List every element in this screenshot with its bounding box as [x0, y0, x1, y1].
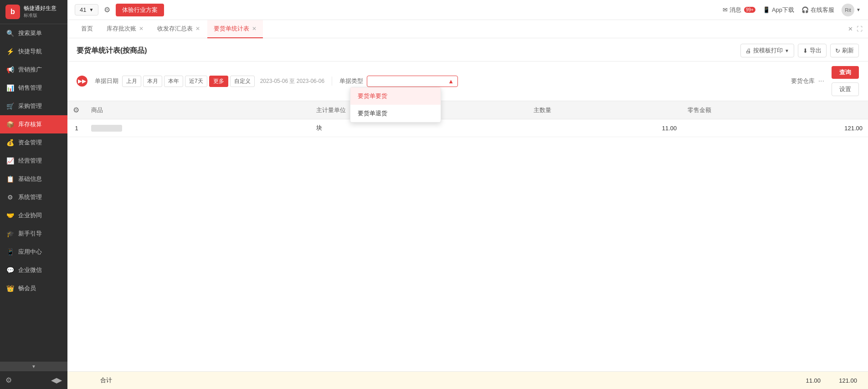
tab-3[interactable]: 要货单统计表✕ [207, 20, 263, 38]
sidebar-item-finance[interactable]: 💰 资金管理 [0, 133, 67, 152]
setting-button[interactable]: 设置 [832, 82, 859, 96]
message-badge: 99+ [744, 7, 755, 13]
tab-close-1[interactable]: ✕ [139, 26, 144, 31]
type-label: 单据类型 [339, 77, 363, 85]
online-service-action[interactable]: 🎧 在线客服 [801, 6, 834, 14]
nav-label-marketing: 营销推广 [18, 66, 42, 74]
type-input[interactable] [371, 78, 445, 85]
sidebar-item-inventory[interactable]: 📦 库存核算 [0, 115, 67, 133]
nav-icon-system: ⚙ [5, 193, 15, 202]
print-button[interactable]: 🖨 按模板打印 ▼ [740, 44, 794, 57]
logo-text: 畅捷通好生意 [24, 5, 56, 12]
warehouse-label: 要货仓库 [791, 77, 815, 85]
sidebar-item-search-menu[interactable]: 🔍 搜索菜单 [0, 24, 67, 42]
nav-icon-search-menu: 🔍 [5, 29, 15, 38]
sidebar-item-sales[interactable]: 📊 销售管理 [0, 79, 67, 97]
logo-icon: b [5, 5, 20, 19]
table-settings-icon[interactable]: ⚙ [73, 106, 79, 114]
nav-label-app-center: 应用中心 [18, 248, 42, 256]
tab-label-3: 要货单统计表 [214, 25, 249, 33]
trial-button[interactable]: 体验行业方案 [116, 4, 164, 16]
dropdown-item-要货单退货[interactable]: 要货单退货 [350, 105, 441, 122]
query-button[interactable]: 查询 [832, 66, 859, 79]
page-title: 要货单统计表(按商品) [77, 46, 147, 56]
chevron-down-icon: ▼ [785, 48, 789, 53]
refresh-button[interactable]: ↻ 刷新 [830, 44, 859, 57]
store-name: 41 [80, 6, 86, 13]
nav-icon-purchase: 🛒 [5, 102, 15, 111]
chevron-down-icon: ▼ [856, 7, 861, 12]
tab-bar-right: ✕ ⛶ [842, 26, 868, 32]
nav-label-basic-info: 基础信息 [18, 175, 42, 183]
message-action[interactable]: ✉ 消息 99+ [723, 6, 755, 14]
custom-date-btn[interactable]: 自定义 [230, 76, 255, 87]
nav-label-inventory: 库存核算 [18, 120, 42, 128]
sidebar-item-app-center[interactable]: 📱 应用中心 [0, 243, 67, 261]
download-icon: 📱 [763, 6, 770, 13]
nav-icon-inventory: 📦 [5, 120, 15, 129]
more-dates-btn[interactable]: 更多 [209, 76, 228, 87]
fullscreen-icon[interactable]: ⛶ [857, 26, 863, 32]
type-input-wrapper[interactable]: ▲ [367, 76, 458, 87]
type-dropdown[interactable]: 要货单要货要货单退货 [350, 87, 441, 123]
sidebar-item-wechat[interactable]: 💬 企业微信 [0, 261, 67, 279]
close-all-icon[interactable]: ✕ [848, 26, 853, 32]
sidebar-item-operation[interactable]: 📈 经营管理 [0, 152, 67, 170]
sidebar-bottom: ⚙ ◀▶ [0, 371, 67, 389]
dropdown-item-要货单要货[interactable]: 要货单要货 [350, 87, 441, 105]
nav-label-quick-nav: 快捷导航 [18, 47, 42, 56]
footer-label: 合计 [95, 376, 186, 384]
warehouse-filter-group: 要货仓库 ··· [791, 77, 824, 85]
sidebar-item-guide[interactable]: 🎓 新手引导 [0, 225, 67, 243]
user-avatar[interactable]: Rit ▼ [842, 4, 861, 16]
date-label: 单据日期 [95, 77, 118, 85]
prev-month-btn[interactable]: 上月 [122, 76, 141, 87]
sidebar-item-basic-info[interactable]: 📋 基础信息 [0, 170, 67, 188]
sidebar-item-member[interactable]: 👑 畅会员 [0, 279, 67, 297]
last-7-days-btn[interactable]: 近7天 [185, 76, 207, 87]
page-header: 要货单统计表(按商品) 🖨 按模板打印 ▼ ⬇ 导出 ↻ 刷新 [67, 38, 868, 61]
expand-filter-button[interactable]: ▶▶ [77, 76, 87, 87]
top-header: 41 ▼ ⚙ 体验行业方案 ✉ 消息 99+ 📱 App下载 🎧 在线客服 [67, 0, 868, 20]
nav-label-enterprise: 企业协同 [18, 211, 42, 220]
settings-icon[interactable]: ⚙ [5, 376, 12, 384]
tab-close-2[interactable]: ✕ [195, 26, 200, 31]
tab-bar: 首页库存批次账✕收发存汇总表✕要货单统计表✕ ✕ ⛶ [67, 20, 868, 38]
sidebar: b 畅捷通好生意 标准版 🔍 搜索菜单 ⚡ 快捷导航 📢 营销推广 📊 销售管理… [0, 0, 67, 389]
nav-label-wechat: 企业微信 [18, 266, 42, 274]
store-selector[interactable]: 41 ▼ [75, 4, 98, 15]
more-options-icon[interactable]: ··· [818, 77, 824, 85]
sidebar-item-quick-nav[interactable]: ⚡ 快捷导航 [0, 42, 67, 61]
tab-0[interactable]: 首页 [75, 20, 99, 38]
nav-icon-enterprise: 🤝 [5, 211, 15, 220]
sidebar-item-purchase[interactable]: 🛒 采购管理 [0, 97, 67, 115]
logo-sub: 标准版 [24, 12, 56, 19]
export-button[interactable]: ⬇ 导出 [798, 44, 827, 57]
nav-label-operation: 经营管理 [18, 157, 42, 165]
refresh-icon: ↻ [835, 47, 840, 54]
nav-label-purchase: 采购管理 [18, 102, 42, 110]
th-settings: ⚙ [67, 101, 86, 119]
app-download-action[interactable]: 📱 App下载 [763, 6, 794, 14]
tab-close-3[interactable]: ✕ [252, 26, 257, 31]
type-filter-group: 单据类型 ▲ [339, 76, 458, 87]
tab-2[interactable]: 收发存汇总表✕ [151, 20, 206, 38]
nav-icon-finance: 💰 [5, 138, 15, 147]
settings-icon[interactable]: ⚙ [104, 5, 110, 14]
cur-month-btn[interactable]: 本月 [143, 76, 162, 87]
date-range-display: 2023-05-06 至 2023-06-06 [260, 77, 324, 85]
collapse-icon[interactable]: ◀▶ [51, 376, 62, 384]
tab-1[interactable]: 库存批次账✕ [100, 20, 150, 38]
chevron-up-icon[interactable]: ▲ [448, 78, 454, 85]
chevron-down-icon: ▼ [89, 7, 93, 12]
print-icon: 🖨 [745, 47, 751, 54]
sidebar-item-enterprise[interactable]: 🤝 企业协同 [0, 206, 67, 225]
sidebar-scroll-down[interactable]: ▼ [0, 362, 67, 371]
nav-label-search-menu: 搜索菜单 [18, 29, 42, 37]
nav-label-guide: 新手引导 [18, 230, 42, 238]
cur-year-btn[interactable]: 本年 [164, 76, 183, 87]
header-right: ✉ 消息 99+ 📱 App下载 🎧 在线客服 Rit ▼ [723, 4, 861, 16]
nav-label-system: 系统管理 [18, 193, 42, 201]
sidebar-item-system[interactable]: ⚙ 系统管理 [0, 188, 67, 206]
sidebar-item-marketing[interactable]: 📢 营销推广 [0, 61, 67, 79]
